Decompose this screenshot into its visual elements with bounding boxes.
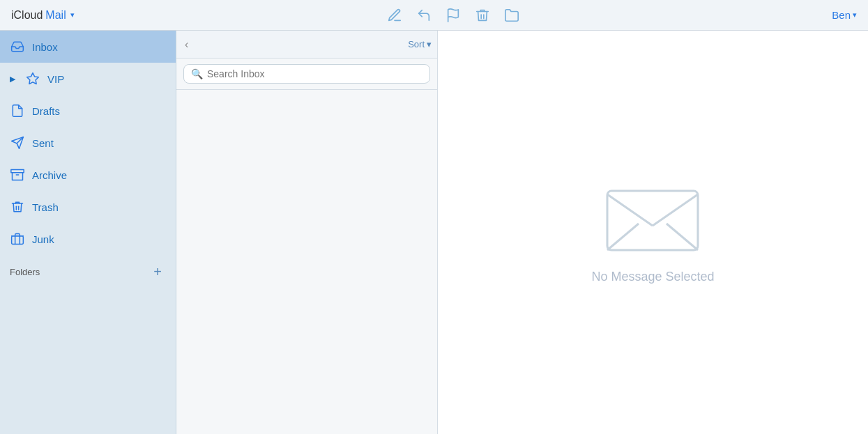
archive-icon (10, 167, 25, 183)
sidebar-item-trash[interactable]: Trash (0, 191, 176, 223)
svg-rect-6 (12, 236, 24, 245)
user-name-text[interactable]: Ben (832, 9, 851, 21)
sidebar-item-archive[interactable]: Archive (0, 159, 176, 191)
folders-section-header: Folders + (0, 258, 176, 286)
move-button[interactable] (504, 8, 519, 23)
collapse-sidebar-button[interactable]: ‹ (182, 36, 191, 54)
sidebar-trash-label: Trash (32, 201, 59, 213)
sidebar-archive-label: Archive (32, 169, 67, 181)
sidebar-item-inbox[interactable]: Inbox (0, 31, 176, 63)
sort-label: Sort (408, 39, 425, 49)
user-menu[interactable]: Ben ▾ (832, 9, 857, 21)
add-folder-button[interactable]: + (149, 263, 166, 280)
no-message-container: No Message Selected (591, 180, 714, 284)
search-icon: 🔍 (191, 68, 203, 79)
reply-button[interactable] (416, 8, 432, 23)
message-list-body (176, 90, 437, 434)
drafts-icon (10, 103, 25, 118)
vip-icon (25, 71, 40, 86)
sidebar-item-vip[interactable]: ▶ VIP (0, 63, 176, 95)
sidebar-sent-label: Sent (32, 137, 54, 149)
no-message-text: No Message Selected (591, 270, 714, 284)
app-header: iCloud Mail ▾ (0, 0, 868, 31)
sidebar-item-sent[interactable]: Sent (0, 127, 176, 159)
delete-button[interactable] (475, 8, 490, 23)
sidebar-vip-label: VIP (47, 73, 64, 85)
search-input-wrapper: 🔍 (183, 64, 430, 84)
header-brand: iCloud Mail ▾ (11, 9, 75, 22)
main-layout: Inbox ▶ VIP Drafts (0, 31, 868, 434)
inbox-icon (10, 39, 25, 54)
folders-label: Folders (10, 267, 40, 277)
vip-expand-arrow: ▶ (10, 75, 15, 84)
app-name-text[interactable]: Mail (45, 9, 66, 22)
sidebar-item-junk[interactable]: Junk (0, 223, 176, 255)
svg-marker-1 (27, 73, 39, 84)
compose-button[interactable] (387, 8, 402, 23)
svg-rect-4 (11, 170, 24, 173)
sidebar-item-drafts[interactable]: Drafts (0, 95, 176, 127)
sidebar-drafts-label: Drafts (32, 105, 60, 117)
sent-icon (10, 135, 25, 150)
junk-icon (10, 231, 25, 247)
svg-rect-8 (607, 191, 698, 250)
flag-button[interactable] (446, 8, 461, 23)
sidebar: Inbox ▶ VIP Drafts (0, 31, 176, 434)
sidebar-inbox-label: Inbox (32, 41, 58, 53)
icloud-logo-text: iCloud (11, 9, 43, 22)
detail-panel: No Message Selected (438, 31, 868, 434)
message-list-header: ‹ Sort ▾ (176, 31, 437, 59)
sort-dropdown-icon: ▾ (427, 39, 432, 49)
empty-envelope-icon (604, 180, 701, 257)
search-input[interactable] (207, 68, 422, 79)
toolbar (387, 8, 519, 23)
search-bar: 🔍 (176, 59, 437, 90)
user-dropdown-icon[interactable]: ▾ (853, 10, 857, 20)
message-list-panel: ‹ Sort ▾ 🔍 (176, 31, 438, 434)
sidebar-junk-label: Junk (32, 233, 54, 245)
sort-button[interactable]: Sort ▾ (408, 39, 432, 49)
app-dropdown-arrow[interactable]: ▾ (70, 10, 75, 20)
trash-icon (10, 199, 25, 215)
